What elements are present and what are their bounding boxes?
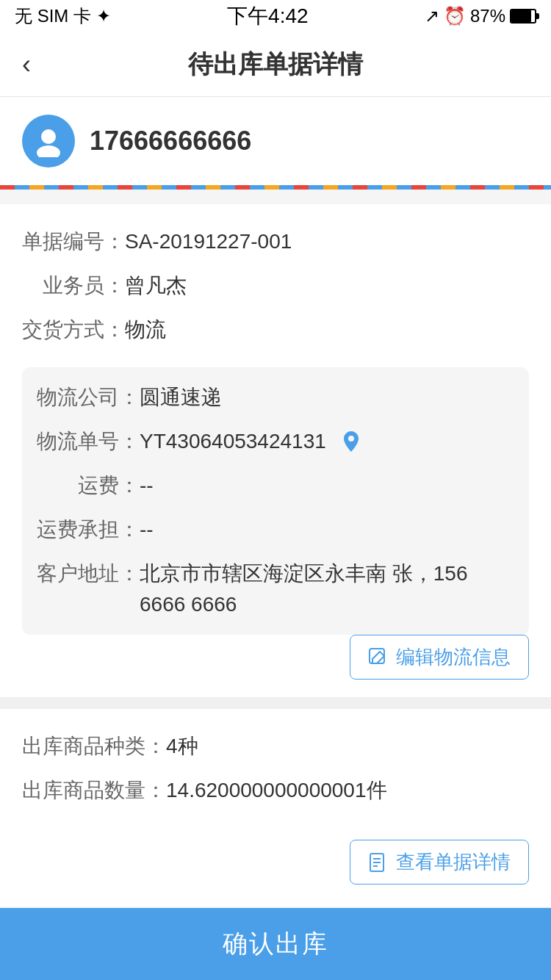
edit-logistics-button[interactable]: 编辑物流信息 [350,635,529,680]
user-icon [32,125,65,157]
freight-value: -- [140,470,514,501]
alarm-icon: ⏰ [444,6,466,26]
freight-bearer-label: 运费承担： [37,514,140,545]
avatar [22,115,75,167]
logistics-tracking-value: YT43064053424131 [140,426,514,457]
status-bar: 无 SIM 卡 ✦ 下午4:42 ↗ ⏰ 87% [0,0,551,32]
edit-logistics-label: 编辑物流信息 [396,644,511,670]
customer-header: 17666666666 [0,97,551,185]
delivery-label: 交货方式： [22,314,125,345]
logistics-tracking-row: 物流单号： YT43064053424131 [22,426,529,457]
order-info-section: 单据编号： SA-20191227-001 业务员： 曾凡杰 交货方式： 物流 [0,204,551,367]
order-number-row: 单据编号： SA-20191227-001 [22,226,529,257]
status-left: 无 SIM 卡 ✦ [15,4,111,28]
view-detail-button-container: 查看单据详情 [0,828,551,907]
page-title: 待出库单据详情 [188,48,363,82]
delivery-row: 交货方式： 物流 [22,314,529,345]
dashed-divider [0,185,551,190]
goods-qty-value: 14.620000000000001件 [166,775,529,806]
logistics-tracking-label: 物流单号： [37,426,140,457]
delivery-value: 物流 [125,314,529,345]
salesperson-row: 业务员： 曾凡杰 [22,270,529,301]
bottom-area: 确认出库 [0,908,551,980]
logistics-section: 物流公司： 圆通速递 物流单号： YT43064053424131 运费： -- [0,367,551,697]
nav-bar: ‹ 待出库单据详情 [0,32,551,97]
logistics-company-label: 物流公司： [37,382,140,413]
order-number-label: 单据编号： [22,226,125,257]
freight-label: 运费： [37,470,140,501]
svg-point-0 [41,129,56,144]
freight-row: 运费： -- [22,470,529,501]
logistics-company-row: 物流公司： 圆通速递 [22,382,529,413]
confirm-button[interactable]: 确认出库 [0,908,551,980]
order-number-value: SA-20191227-001 [125,226,529,257]
map-pin-icon[interactable] [338,428,364,455]
goods-types-row: 出库商品种类： 4种 [22,731,529,762]
address-label: 客户地址： [37,558,140,589]
no-sim-text: 无 SIM 卡 ✦ [15,4,111,28]
salesperson-label: 业务员： [22,270,125,301]
battery-text: 87% [470,6,505,26]
edit-logistics-button-container: 编辑物流信息 [0,635,551,697]
status-time: 下午4:42 [227,2,309,30]
goods-types-label: 出库商品种类： [22,731,166,762]
document-icon [368,852,389,873]
goods-qty-label: 出库商品数量： [22,775,166,806]
address-row: 客户地址： 北京市市辖区海淀区永丰南 张，156 6666 6666 [22,558,529,620]
freight-bearer-value: -- [140,514,514,545]
gray-separator-1 [0,697,551,709]
goods-qty-row: 出库商品数量： 14.620000000000001件 [22,775,529,806]
edit-icon [368,647,389,668]
back-button[interactable]: ‹ [22,49,31,80]
customer-phone: 17666666666 [90,126,251,156]
salesperson-value: 曾凡杰 [125,270,529,301]
view-detail-button[interactable]: 查看单据详情 [350,840,529,884]
address-value: 北京市市辖区海淀区永丰南 张，156 6666 6666 [140,558,514,620]
freight-bearer-row: 运费承担： -- [22,514,529,545]
goods-types-value: 4种 [166,731,529,762]
logistics-inner: 物流公司： 圆通速递 物流单号： YT43064053424131 运费： -- [22,367,529,635]
view-detail-label: 查看单据详情 [396,849,511,875]
battery-icon [510,9,536,24]
goods-section: 出库商品种类： 4种 出库商品数量： 14.620000000000001件 [0,709,551,828]
location-status-icon: ↗ [425,6,439,26]
status-right: ↗ ⏰ 87% [425,6,536,26]
logistics-company-value: 圆通速递 [140,382,514,413]
svg-point-1 [37,145,60,157]
